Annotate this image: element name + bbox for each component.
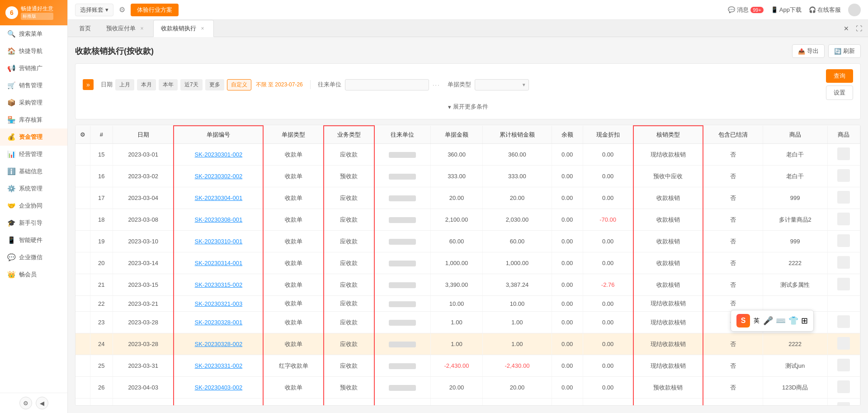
filter-settings-btn[interactable]: 设置: [826, 85, 853, 100]
sidebar-item-weixin[interactable]: 💬 企业微信: [0, 249, 67, 266]
bill-no-link[interactable]: SK-20230304-001: [195, 195, 243, 201]
td-biz_type: 预收款: [324, 377, 374, 399]
more-date-btn[interactable]: 更多: [205, 79, 224, 90]
th-goods: 商品: [763, 126, 827, 144]
tab-prepay[interactable]: 预收应付单×: [99, 20, 153, 37]
tab-fullscreen-btn[interactable]: ⛶: [854, 23, 864, 34]
td-bill_no[interactable]: SK-20230408-001: [174, 399, 263, 406]
tab-close-all-btn[interactable]: ✕: [841, 23, 852, 34]
td-cumulative: 20.00: [483, 187, 552, 209]
partner-blurred: [389, 342, 416, 347]
td-date: 2023-03-15: [113, 274, 174, 296]
sidebar-icon-inventory: 🏪: [7, 116, 15, 124]
partner-input[interactable]: [345, 79, 429, 90]
grid-icon[interactable]: ⊞: [801, 316, 808, 326]
gear-icon[interactable]: ⚙: [119, 5, 125, 14]
td-bill_no[interactable]: SK-20230331-002: [174, 355, 263, 377]
td-bill_no[interactable]: SK-20230321-003: [174, 296, 263, 312]
bill-no-link[interactable]: SK-20230301-002: [195, 151, 243, 158]
expand-more-btn[interactable]: ▾ 展开更多条件: [83, 100, 853, 114]
service-btn[interactable]: 🎧 在线客服: [809, 6, 841, 14]
sidebar-item-quicknav[interactable]: 🏠 快捷导航: [0, 43, 67, 60]
avatar[interactable]: [848, 4, 861, 16]
bill-no-link[interactable]: SK-20230331-002: [195, 362, 243, 369]
bill-no-link[interactable]: SK-20230310-001: [195, 238, 243, 245]
solution-btn[interactable]: 体验行业方案: [131, 4, 179, 16]
td-index: 23: [90, 312, 113, 333]
bill-no-link[interactable]: SK-20230314-001: [195, 260, 243, 266]
sidebar-icon-newbie: 🎓: [7, 219, 15, 227]
sidebar-bottom: ⚙ ◀: [0, 393, 67, 413]
collapse-btn[interactable]: ◀: [36, 397, 48, 409]
last-month-btn[interactable]: 上月: [115, 79, 134, 90]
last-7days-btn[interactable]: 近7天: [180, 79, 203, 90]
sidebar-item-purchase[interactable]: 📦 采购管理: [0, 94, 67, 111]
td-bill_no[interactable]: SK-20230302-002: [174, 166, 263, 187]
topbar: 选择账套 ▾ ⚙ 体验行业方案 💬 消息 99+ 📱 App下载 🎧 在线客服: [68, 0, 868, 20]
filter-expand-btn[interactable]: »: [83, 79, 94, 90]
td-partner: [374, 355, 430, 377]
td-bill_no[interactable]: SK-20230328-002: [174, 333, 263, 355]
td-goods2: [827, 333, 860, 355]
td-verify_type: 现结收款核销: [633, 399, 703, 406]
td-bill_no[interactable]: SK-20230308-001: [174, 209, 263, 231]
sidebar-item-newbie[interactable]: 🎓 新手引导: [0, 214, 67, 232]
sidebar-item-enterprise[interactable]: 🤝 企业协同: [0, 197, 67, 214]
sidebar-item-marketing[interactable]: 📢 营销推广: [0, 60, 67, 77]
service-label: 在线客服: [817, 6, 841, 14]
keyboard-icon[interactable]: ⌨️: [776, 316, 786, 326]
bill-no-link[interactable]: SK-20230308-001: [195, 216, 243, 223]
td-balance: 0.00: [552, 274, 583, 296]
bill-no-link[interactable]: SK-20230321-003: [195, 300, 243, 307]
bill-type-select[interactable]: 收款单: [475, 79, 529, 90]
sidebar-item-hardware[interactable]: 📱 智能硬件: [0, 232, 67, 249]
td-date: 2023-04-03: [113, 377, 174, 399]
settings-bottom-btn[interactable]: ⚙: [19, 397, 32, 409]
td-index: 19: [90, 231, 113, 252]
sidebar-item-member[interactable]: 👑 畅会员: [0, 266, 67, 283]
sidebar-label-finance: 资金管理: [19, 133, 42, 141]
export-btn[interactable]: 📤 导出: [792, 44, 825, 58]
td-bill_no[interactable]: SK-20230301-002: [174, 144, 263, 166]
tab-collection[interactable]: 收款核销执行×: [153, 20, 214, 37]
bill-no-link[interactable]: SK-20230328-002: [195, 341, 243, 347]
app-download-btn[interactable]: 📱 App下载: [771, 6, 802, 14]
sidebar-item-sales[interactable]: 🛒 销售管理: [0, 77, 67, 94]
sidebar-item-search[interactable]: 🔍 搜索菜单: [0, 25, 67, 43]
account-selector[interactable]: 选择账套 ▾: [75, 4, 113, 16]
custom-date-btn[interactable]: 自定义: [227, 79, 251, 90]
tab-home[interactable]: 首页: [71, 20, 99, 37]
bill-no-link[interactable]: SK-20230328-001: [195, 319, 243, 326]
tab-close-collection[interactable]: ×: [199, 25, 206, 32]
td-cash_discount: 0.00: [583, 355, 633, 377]
td-bill_no[interactable]: SK-20230314-001: [174, 252, 263, 274]
sidebar-label-purchase: 采购管理: [19, 99, 42, 107]
bill-no-link[interactable]: SK-20230302-002: [195, 173, 243, 180]
td-bill_no[interactable]: SK-20230304-001: [174, 187, 263, 209]
shirt-icon[interactable]: 👕: [788, 316, 798, 326]
sidebar-item-system[interactable]: ⚙️ 系统管理: [0, 180, 67, 197]
td-bill_no[interactable]: SK-20230310-001: [174, 231, 263, 252]
query-btn[interactable]: 查询: [826, 69, 853, 83]
this-month-btn[interactable]: 本月: [137, 79, 156, 90]
td-bill_no[interactable]: SK-20230315-002: [174, 274, 263, 296]
sidebar-item-operations[interactable]: 📊 经营管理: [0, 146, 67, 163]
messages-btn[interactable]: 💬 消息 99+: [728, 6, 764, 14]
tab-close-prepay[interactable]: ×: [138, 25, 146, 32]
td-bill_no[interactable]: SK-20230403-002: [174, 377, 263, 399]
td-bill_no[interactable]: SK-20230328-001: [174, 312, 263, 333]
this-year-btn[interactable]: 本年: [159, 79, 178, 90]
bill-no-link[interactable]: SK-20230315-002: [195, 281, 243, 288]
td-index: 25: [90, 355, 113, 377]
partner-blurred: [389, 239, 416, 245]
td-bill_type: 收款单: [263, 209, 323, 231]
partner-blurred: [389, 385, 416, 391]
refresh-label: 刷新: [843, 47, 855, 55]
sidebar-item-finance[interactable]: 💰 资金管理: [0, 128, 67, 146]
refresh-btn[interactable]: 🔄 刷新: [828, 44, 861, 58]
td-biz_type: 应收款: [324, 231, 374, 252]
bill-no-link[interactable]: SK-20230403-002: [195, 384, 243, 391]
mic-icon[interactable]: 🎤: [763, 316, 773, 326]
sidebar-item-basic[interactable]: ℹ️ 基础信息: [0, 163, 67, 180]
sidebar-item-inventory[interactable]: 🏪 库存核算: [0, 111, 67, 128]
